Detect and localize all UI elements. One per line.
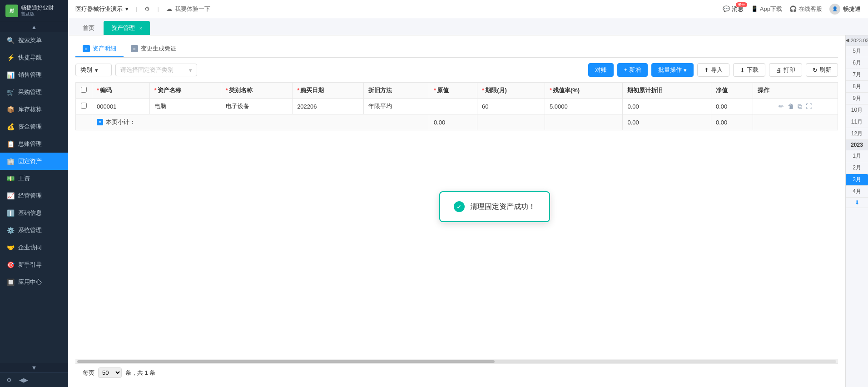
scrollbar-thumb[interactable] xyxy=(77,360,495,363)
td-original-value xyxy=(429,99,477,114)
date-item-2[interactable]: 2月 xyxy=(846,162,868,174)
filter-category-label: 类别 xyxy=(80,66,92,74)
subtab-change-voucher[interactable]: ≡ 变更生成凭证 xyxy=(124,41,184,57)
message-btn[interactable]: 💬 消息 99+ xyxy=(723,5,744,13)
date-item-11[interactable]: 11月 xyxy=(846,116,868,128)
copy-icon[interactable]: ⧉ xyxy=(798,103,802,110)
sidebar-item-collab[interactable]: 🤝 企业协同 xyxy=(0,239,68,256)
app-download-btn[interactable]: 📱 App下载 xyxy=(751,5,782,13)
settings-icon[interactable]: ⚙ xyxy=(6,377,12,383)
toast-text: 清理固定资产成功！ xyxy=(470,202,536,212)
topbar: 医疗器械行业演示 ▾ | ⚙ | ☁ 我要体验一下 💬 消息 99+ 📱 App… xyxy=(68,0,868,18)
download-label: 下载 xyxy=(747,66,759,74)
category-filter[interactable]: 类别 ▾ xyxy=(75,64,112,76)
sidebar-item-system[interactable]: ⚙️ 系统管理 xyxy=(0,222,68,239)
sidebar-item-label: 库存核算 xyxy=(18,105,42,114)
search-icon: 🔍 xyxy=(6,37,15,44)
date-item-6[interactable]: 6月 xyxy=(846,57,868,69)
row-checkbox[interactable] xyxy=(81,103,87,109)
date-panel-header: ◀ 2023.03 xyxy=(846,35,868,45)
separator: | xyxy=(136,5,137,12)
subtab-change-voucher-label: 变更生成凭证 xyxy=(141,45,176,53)
date-item-3-current[interactable]: 3月 xyxy=(846,174,868,186)
date-item-4[interactable]: 4月 xyxy=(846,186,868,198)
download-button[interactable]: ⬇ 下载 xyxy=(733,63,765,77)
more-icon[interactable]: ⛶ xyxy=(806,103,812,110)
table-wrap: *编码 *资产名称 *类别名称 *购买日期 折旧方法 *原值 *期限(月) *残… xyxy=(75,82,838,359)
date-item-9[interactable]: 9月 xyxy=(846,93,868,104)
sidebar-item-app-center[interactable]: 🔲 应用中心 xyxy=(0,273,68,291)
sidebar-item-payroll[interactable]: 💵 工资 xyxy=(0,170,68,187)
sidebar-item-ledger[interactable]: 📋 总账管理 xyxy=(0,135,68,153)
logo-sub: 普及版 xyxy=(21,11,54,17)
headset-icon: 🎧 xyxy=(789,5,797,12)
sidebar-item-sales[interactable]: 📊 销售管理 xyxy=(0,66,68,84)
date-item-7[interactable]: 7月 xyxy=(846,69,868,81)
date-item-5[interactable]: 5月 xyxy=(846,45,868,57)
tabbar: 首页 资产管理 × xyxy=(68,18,868,35)
settings-gear-icon[interactable]: ⚙ xyxy=(144,5,150,12)
ledger-icon: 📋 xyxy=(6,140,15,148)
collapse-icon[interactable]: ◀▶ xyxy=(19,377,28,383)
tab-home[interactable]: 首页 xyxy=(75,21,102,35)
logo-icon: 财 xyxy=(5,5,18,17)
date-item-10[interactable]: 10月 xyxy=(846,104,868,116)
reconcile-button[interactable]: 对账 xyxy=(588,63,614,77)
download-icon: 📱 xyxy=(751,5,758,12)
change-voucher-icon: ≡ xyxy=(131,45,138,52)
sidebar-scroll-down[interactable]: ▼ xyxy=(0,363,68,372)
purchase-icon: 🛒 xyxy=(6,89,15,96)
delete-icon[interactable]: 🗑 xyxy=(788,103,794,110)
sidebar-item-purchase[interactable]: 🛒 采购管理 xyxy=(0,84,68,101)
th-net-value: 净值 xyxy=(711,83,753,99)
refresh-button[interactable]: ↻ 刷新 xyxy=(806,63,838,77)
toast-overlay: ✓ 清理固定资产成功！ xyxy=(439,191,550,222)
tab-asset-management[interactable]: 资产管理 × xyxy=(104,21,150,35)
subtab-asset-detail[interactable]: ≡ 资产明细 xyxy=(75,41,124,57)
horizontal-scrollbar[interactable] xyxy=(75,359,838,363)
user-menu[interactable]: 👤 畅捷通 xyxy=(829,4,861,15)
sidebar-item-guide[interactable]: 🎯 新手引导 xyxy=(0,256,68,273)
sidebar-scroll-up[interactable]: ▲ xyxy=(0,22,68,32)
th-depreciation-method: 折旧方法 xyxy=(364,83,429,99)
app-download-label: App下载 xyxy=(760,5,782,13)
th-purchase-date: *购买日期 xyxy=(293,83,364,99)
customer-service-btn[interactable]: 🎧 在线客服 xyxy=(789,5,822,13)
edit-icon[interactable]: ✏ xyxy=(779,103,784,110)
sidebar-item-basic-info[interactable]: ℹ️ 基础信息 xyxy=(0,204,68,222)
batch-button[interactable]: 批量操作 ▾ xyxy=(651,63,694,77)
new-label: + 新增 xyxy=(624,66,641,74)
td-net-value: 0.00 xyxy=(711,99,753,114)
td-subtotal-label: ≡ 本页小计： xyxy=(92,114,429,130)
sidebar-item-search[interactable]: 🔍 搜索菜单 xyxy=(0,32,68,49)
date-panel-down[interactable]: ⬇ xyxy=(846,198,868,208)
date-item-8[interactable]: 8月 xyxy=(846,81,868,93)
app-center-icon: 🔲 xyxy=(6,278,15,286)
sidebar-logo: 财 畅捷通好业财 普及版 xyxy=(0,0,68,22)
select-all-checkbox[interactable] xyxy=(81,87,87,93)
sidebar-item-finance[interactable]: 💰 资金管理 xyxy=(0,118,68,135)
date-item-12[interactable]: 12月 xyxy=(846,128,868,140)
chevron-down-icon2: ▾ xyxy=(189,67,192,74)
td-residual-rate: 5.0000 xyxy=(545,99,623,114)
sidebar-item-inventory[interactable]: 📦 库存核算 xyxy=(0,101,68,118)
table-row: 000001 电脑 电子设备 202206 年限平均 60 5.0000 0.0… xyxy=(76,99,838,114)
sidebar-item-operations[interactable]: 📈 经营管理 xyxy=(0,187,68,204)
date-panel-toggle-left[interactable]: ◀ xyxy=(845,37,849,43)
per-page-select[interactable]: 50 10 20 100 xyxy=(98,367,122,378)
experience-btn[interactable]: ☁ 我要体验一下 xyxy=(166,5,210,13)
new-button[interactable]: + 新增 xyxy=(617,63,648,77)
print-button[interactable]: 🖨 打印 xyxy=(769,63,802,77)
sidebar-item-quicknav[interactable]: ⚡ 快捷导航 xyxy=(0,49,68,66)
tab-close-icon[interactable]: × xyxy=(139,25,142,31)
company-selector[interactable]: 医疗器械行业演示 ▾ xyxy=(75,5,129,13)
sidebar-item-label: 快捷导航 xyxy=(18,54,42,62)
asset-category-select[interactable]: 请选择固定资产类别 ▾ xyxy=(115,64,197,76)
date-item-1[interactable]: 1月 xyxy=(846,150,868,162)
logo-text: 畅捷通好业财 xyxy=(21,5,54,11)
subtab-asset-detail-label: 资产明细 xyxy=(93,45,116,53)
import-button[interactable]: ⬆ 导入 xyxy=(697,63,729,77)
asset-table: *编码 *资产名称 *类别名称 *购买日期 折旧方法 *原值 *期限(月) *残… xyxy=(75,82,838,130)
sidebar-item-fixed-assets[interactable]: 🏢 固定资产 xyxy=(0,153,68,170)
sidebar-item-label: 应用中心 xyxy=(18,278,42,286)
